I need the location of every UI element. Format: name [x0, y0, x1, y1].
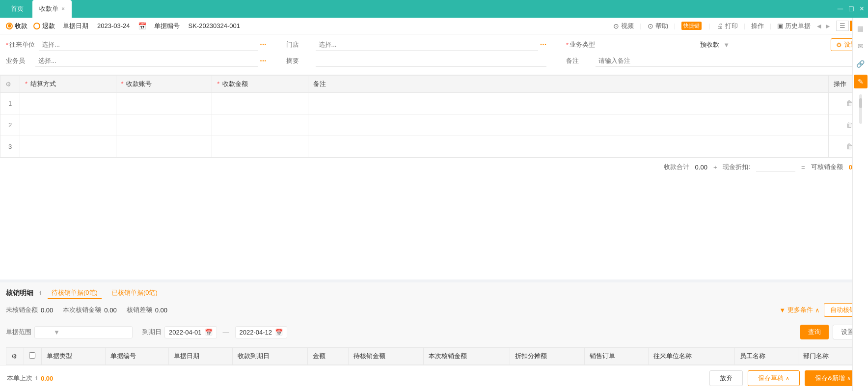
bth-date: 单据日期 — [169, 348, 233, 365]
footer: 本单上次 ℹ 0.00 放弃 保存草稿 ∧ 保存&新增 ∧ — [0, 365, 868, 391]
maximize-icon[interactable]: □ — [849, 4, 854, 13]
row2-amount[interactable] — [212, 114, 308, 136]
history-btn[interactable]: ▣ 历史单据 — [777, 22, 811, 30]
video-label: 视频 — [621, 22, 634, 30]
main-table: ⚙ * 结算方式 * 收款账号 * 收款金额 备注 — [0, 75, 868, 158]
business-dropdown-icon[interactable]: ▼ — [723, 41, 730, 49]
business-select-value: 预收款 — [700, 40, 719, 49]
radio-circle-tuikuan — [33, 23, 40, 29]
pending-tab[interactable]: 待核销单据(0笔) — [48, 287, 102, 299]
radio-shoukuan[interactable]: 收款 — [6, 22, 27, 30]
date-value[interactable]: 2023-03-24 — [97, 22, 130, 29]
radio-shoukuan-label: 收款 — [15, 22, 27, 30]
tab-home-label: 首页 — [11, 4, 24, 13]
row2-remark[interactable] — [308, 114, 828, 136]
save-draft-button[interactable]: 保存草稿 ∧ — [748, 370, 800, 386]
history-label: 历史单据 — [785, 22, 811, 30]
tab-close-icon[interactable]: × — [61, 5, 65, 12]
calendar-icon[interactable]: 📅 — [138, 22, 146, 30]
row3-amount[interactable] — [212, 136, 308, 158]
sidebar-table-icon[interactable]: ▦ — [854, 22, 868, 35]
range-select[interactable]: ▼ — [34, 326, 133, 338]
row1-payment[interactable] — [20, 93, 116, 114]
radio-tuikuan-label: 退款 — [42, 22, 55, 30]
form-row-1: * 往来单位 ··· 门店 ··· * 业务类型 预收款 ▼ — [6, 38, 862, 51]
table-settings-icon[interactable]: ⚙ — [5, 81, 11, 88]
row-num-1: 1 — [0, 93, 20, 114]
due-date-field: 到期日 2022-04-01 📅 — 2022-04-12 📅 — [142, 326, 287, 338]
bth-order: 销售订单 — [585, 348, 649, 365]
sidebar-edit-icon[interactable]: ✎ — [854, 75, 868, 88]
more-conditions-btn[interactable]: ▼ 更多条件 ∧ — [779, 306, 820, 314]
scrollbar[interactable] — [859, 94, 862, 124]
operation-btn[interactable]: 操作 — [751, 22, 764, 30]
summary-field: 摘要 — [286, 55, 547, 67]
row2-account[interactable] — [116, 114, 212, 136]
list-view-btn[interactable]: ☰ — [836, 21, 849, 31]
shortcut-btn[interactable]: 快捷键 — [681, 22, 703, 30]
close-icon[interactable]: × — [860, 4, 864, 13]
footer-info-icon[interactable]: ℹ — [35, 375, 38, 382]
summary-input[interactable] — [316, 55, 547, 67]
form-area: * 往来单位 ··· 门店 ··· * 业务类型 预收款 ▼ — [0, 34, 868, 75]
discount-label: 现金折扣: — [723, 163, 750, 171]
radio-circle-shoukuan — [6, 23, 13, 29]
date-from-input[interactable]: 2022-04-01 📅 — [164, 326, 217, 338]
nav-arrows: ◄ ► — [815, 22, 831, 30]
tab-current[interactable]: 收款单 × — [32, 0, 72, 18]
print-btn[interactable]: 🖨 打印 — [716, 22, 738, 30]
summary-row: 收款合计 0.00 + 现金折扣: = 可核销金额 0.00 — [0, 158, 868, 176]
help-icon: ⊙ — [648, 22, 653, 30]
table-row: 3 🗑 ⧉ — [0, 136, 868, 158]
equals-sign: = — [801, 164, 805, 171]
bth-settings[interactable]: ⚙ — [6, 348, 24, 365]
discount-input[interactable] — [756, 162, 795, 172]
sidebar-mail-icon[interactable]: ✉ — [854, 39, 868, 53]
partner-more-btn[interactable]: ··· — [260, 40, 266, 49]
radio-tuikuan[interactable]: 退款 — [33, 22, 55, 30]
row3-remark[interactable] — [308, 136, 828, 158]
video-btn[interactable]: ⊙ 视频 — [613, 22, 634, 30]
row3-account[interactable] — [116, 136, 212, 158]
abandon-button[interactable]: 放弃 — [709, 370, 743, 386]
select-all-checkbox[interactable] — [29, 352, 35, 359]
business-type-field: * 业务类型 预收款 ▼ ⚙ 设置 — [566, 38, 862, 51]
staff-more-btn[interactable]: ··· — [260, 56, 266, 65]
main-table-container: ⚙ * 结算方式 * 收款账号 * 收款金额 备注 — [0, 75, 868, 279]
verify-section: 核销明细 ℹ 待核销单据(0笔) 已核销单据(0笔) 未核销金额 0.00 本次… — [0, 279, 868, 365]
bth-current: 本次核销金额 — [423, 348, 510, 365]
row3-payment[interactable] — [20, 136, 116, 158]
business-type-label: 业务类型 — [570, 40, 599, 49]
help-btn[interactable]: ⊙ 帮助 — [648, 22, 668, 30]
save-chevron-icon: ∧ — [847, 375, 851, 382]
prev-arrow[interactable]: ◄ — [815, 22, 822, 30]
diff-stat: 核销差额 0.00 — [127, 306, 167, 314]
store-input[interactable] — [316, 39, 538, 51]
partner-input[interactable] — [39, 39, 258, 51]
query-button[interactable]: 查询 — [800, 325, 829, 339]
row1-remark[interactable] — [308, 93, 828, 114]
date-to-value: 2022-04-12 — [240, 329, 272, 336]
row2-payment[interactable] — [20, 114, 116, 136]
tab-home[interactable]: 首页 — [4, 0, 30, 18]
next-arrow[interactable]: ► — [824, 22, 831, 30]
bth-pending: 待核销金额 — [349, 348, 424, 365]
history-icon: ▣ — [777, 22, 783, 29]
done-tab[interactable]: 已核销单据(0笔) — [108, 287, 162, 299]
number-field: 单据编号 SK-20230324-001 — [154, 22, 241, 30]
number-label: 单据编号 — [154, 22, 180, 30]
staff-input[interactable] — [35, 55, 258, 67]
number-value[interactable]: SK-20230324-001 — [189, 22, 241, 29]
plus-sign: + — [713, 164, 717, 171]
diff-label: 核销差额 — [127, 306, 152, 314]
sidebar-attachment-icon[interactable]: 🔗 — [854, 57, 868, 71]
th-amount: * 收款金额 — [212, 76, 308, 93]
date-to-input[interactable]: 2022-04-12 📅 — [235, 326, 288, 338]
minimize-icon[interactable]: ─ — [838, 4, 843, 13]
row1-account[interactable] — [116, 93, 212, 114]
store-more-btn[interactable]: ··· — [540, 40, 546, 49]
remark-input[interactable] — [596, 55, 862, 67]
row1-amount[interactable] — [212, 93, 308, 114]
print-label: 打印 — [725, 22, 738, 30]
verify-header: 核销明细 ℹ 待核销单据(0笔) 已核销单据(0笔) — [6, 287, 862, 299]
